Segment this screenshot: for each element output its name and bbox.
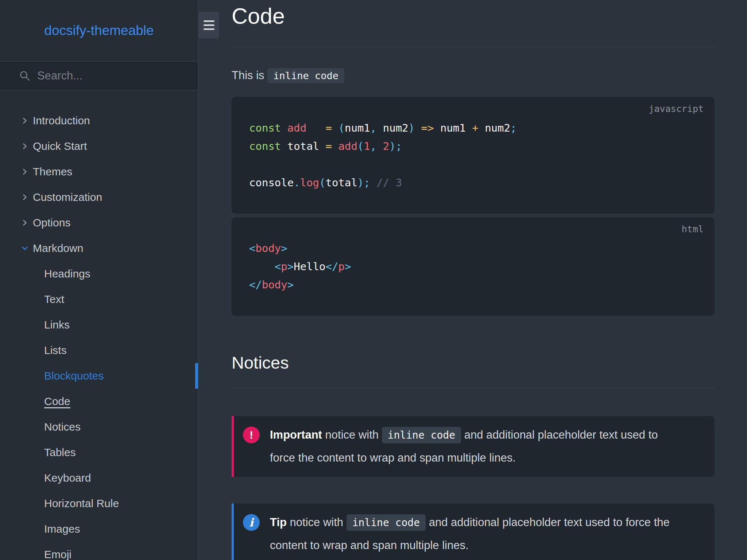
sidebar-item-label: Blockquotes [44, 370, 104, 382]
notice-accent-bar [232, 503, 234, 560]
notice-text: Tip notice with inline code and addition… [270, 511, 678, 557]
sidebar-item-quick-start[interactable]: Quick Start [0, 133, 198, 159]
chevron-right-icon [20, 218, 33, 227]
search-icon [19, 70, 31, 82]
sidebar-item-headings[interactable]: Headings [0, 261, 198, 287]
sidebar-item-tables[interactable]: Tables [0, 440, 198, 465]
sidebar-item-options[interactable]: Options [0, 210, 198, 236]
sidebar-item-label: Lists [44, 344, 67, 357]
chevron-right-icon [20, 193, 33, 202]
sidebar-nav: IntroductionQuick StartThemesCustomizati… [0, 90, 198, 560]
sidebar-item-label: Keyboard [44, 472, 91, 484]
code-language-label: html [682, 224, 704, 234]
sidebar: docsify-themeable IntroductionQuick Star… [0, 0, 198, 560]
sidebar-item-label: Horizontal Rule [44, 497, 119, 510]
sidebar-item-code[interactable]: Code [0, 389, 198, 414]
sidebar-item-notices[interactable]: Notices [0, 414, 198, 440]
sidebar-item-label: Code [44, 395, 70, 408]
chevron-right-icon [20, 167, 33, 176]
code-text: <body> <p>Hello</p> </body> [249, 239, 697, 294]
search-input[interactable] [37, 69, 187, 82]
sidebar-item-themes[interactable]: Themes [0, 159, 198, 184]
code-block-html: html<body> <p>Hello</p> </body> [232, 217, 715, 316]
exclamation-icon: ! [243, 427, 260, 443]
divider [232, 388, 715, 388]
page-content: Code This is inline code javascriptconst… [198, 0, 747, 560]
sidebar-item-text[interactable]: Text [0, 287, 198, 312]
sidebar-item-links[interactable]: Links [0, 312, 198, 338]
sidebar-item-label: Customization [33, 191, 102, 203]
sidebar-item-markdown[interactable]: Markdown [0, 236, 198, 261]
active-page-indicator [195, 363, 198, 389]
intro-paragraph: This is inline code [232, 67, 715, 84]
section-heading: Notices [232, 353, 715, 372]
chevron-right-icon [20, 142, 33, 151]
inline-code-chip: inline code [382, 427, 461, 443]
inline-code-chip: inline code [267, 68, 344, 83]
sidebar-item-label: Quick Start [33, 140, 87, 152]
info-icon: i [243, 514, 260, 531]
sidebar-item-label: Links [44, 319, 70, 331]
sidebar-item-label: Headings [44, 268, 90, 280]
sidebar-item-label: Introduction [33, 114, 90, 127]
sidebar-item-blockquotes[interactable]: Blockquotes [0, 363, 198, 389]
page-title: Code [232, 5, 715, 27]
sidebar-item-keyboard[interactable]: Keyboard [0, 465, 198, 491]
sidebar-item-customization[interactable]: Customization [0, 184, 198, 210]
notice-accent-bar [232, 416, 234, 477]
sidebar-item-emoji[interactable]: Emoji [0, 542, 198, 560]
sidebar-item-label: Options [33, 217, 70, 229]
sidebar-item-label: Tables [44, 446, 76, 459]
sidebar-item-label: Emoji [44, 548, 71, 560]
app-title-link[interactable]: docsify-themeable [44, 23, 154, 38]
sidebar-item-horizontal-rule[interactable]: Horizontal Rule [0, 491, 198, 516]
chevron-right-icon [20, 116, 33, 125]
notice-text: Important notice with inline code and ad… [270, 424, 678, 469]
sidebar-item-label: Images [44, 523, 80, 535]
app-window: docsify-themeable IntroductionQuick Star… [0, 0, 747, 560]
sidebar-item-images[interactable]: Images [0, 516, 198, 542]
sidebar-item-label: Markdown [33, 242, 83, 254]
notice-tip: iTip notice with inline code and additio… [232, 503, 715, 560]
hamburger-icon [204, 20, 214, 22]
sidebar-toggle-button[interactable] [198, 12, 219, 38]
sidebar-item-label: Themes [33, 166, 72, 178]
sidebar-item-introduction[interactable]: Introduction [0, 108, 198, 133]
sidebar-item-label: Notices [44, 421, 81, 433]
code-language-label: javascript [649, 104, 704, 114]
sidebar-item-lists[interactable]: Lists [0, 338, 198, 363]
code-block-javascript: javascriptconst add = (num1, num2) => nu… [232, 97, 715, 214]
divider [232, 47, 715, 47]
sidebar-header: docsify-themeable [0, 0, 198, 61]
main-content: Code This is inline code javascriptconst… [198, 0, 747, 560]
code-blocks: javascriptconst add = (num1, num2) => nu… [232, 97, 715, 316]
search-box[interactable] [0, 61, 198, 90]
intro-text: This is [232, 69, 267, 82]
chevron-down-icon [20, 244, 33, 253]
code-text: const add = (num1, num2) => num1 + num2;… [249, 119, 697, 192]
notices: !Important notice with inline code and a… [232, 416, 715, 560]
notice-important: !Important notice with inline code and a… [232, 416, 715, 477]
inline-code-chip: inline code [347, 514, 426, 531]
sidebar-item-label: Text [44, 293, 64, 306]
